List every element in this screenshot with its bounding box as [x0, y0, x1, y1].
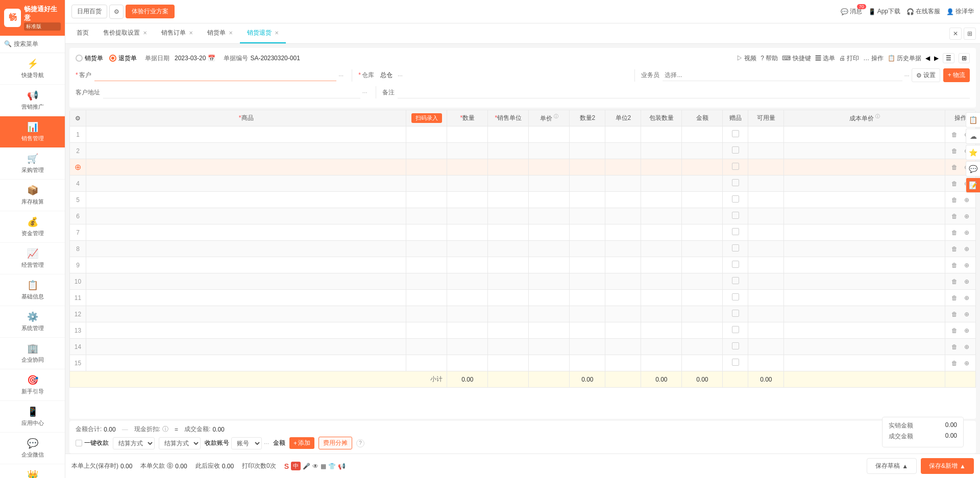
price-cell-1[interactable]: [529, 127, 570, 143]
scan-btn[interactable]: 扫码录入: [411, 113, 442, 123]
cost-cell-7[interactable]: [784, 224, 945, 241]
gift-cell-4[interactable]: [723, 175, 748, 192]
search-menu[interactable]: 🔍 搜索菜单: [0, 36, 65, 53]
gift-checkbox-12[interactable]: [732, 310, 739, 317]
amount-cell-9[interactable]: [682, 257, 723, 273]
add-payment-btn[interactable]: + 添加: [289, 437, 314, 449]
quantity-cell-9[interactable]: [447, 257, 488, 273]
tab-expand-btn[interactable]: ⊞: [964, 28, 976, 40]
cost-cell-15[interactable]: [784, 355, 945, 371]
calendar-icon[interactable]: 📅: [208, 55, 215, 62]
unit-cell-7[interactable]: [488, 224, 529, 241]
gift-cell-13[interactable]: [723, 322, 748, 339]
quantity-cell-10[interactable]: [447, 273, 488, 290]
available-cell-3[interactable]: [748, 159, 784, 175]
side-action-form[interactable]: 📝: [966, 178, 980, 193]
sidebar-item-operations[interactable]: 📈 经营管理: [0, 243, 65, 274]
gift-checkbox-7[interactable]: [732, 228, 739, 235]
action-shortcut[interactable]: ⌨ 快捷键: [782, 54, 811, 63]
pack-cell-5[interactable]: [641, 192, 682, 208]
gift-cell-1[interactable]: [723, 127, 748, 143]
sidebar-item-marketing[interactable]: 📢 营销推广: [0, 85, 65, 116]
gift-cell-9[interactable]: [723, 257, 748, 273]
action-help[interactable]: ? 帮助: [761, 54, 778, 63]
unit2-cell-6[interactable]: [605, 208, 641, 224]
pack-cell-9[interactable]: [641, 257, 682, 273]
side-action-cloud[interactable]: ☁: [966, 129, 980, 144]
copy-row-13-btn[interactable]: ⊕: [962, 325, 972, 336]
delete-row-13-btn[interactable]: 🗑: [949, 325, 960, 336]
available-cell-8[interactable]: [748, 241, 784, 257]
pack-cell-1[interactable]: [641, 127, 682, 143]
quantity-cell-14[interactable]: [447, 339, 488, 355]
unit2-cell-15[interactable]: [605, 355, 641, 371]
delete-row-11-btn[interactable]: 🗑: [949, 293, 960, 303]
delete-row-4-btn[interactable]: 🗑: [949, 179, 960, 189]
pack-cell-4[interactable]: [641, 175, 682, 192]
qty2-cell-13[interactable]: [570, 322, 605, 339]
one-click-checkbox[interactable]: [76, 440, 82, 446]
unit2-cell-3[interactable]: [605, 159, 641, 175]
qty2-cell-3[interactable]: [570, 159, 605, 175]
copy-row-10-btn[interactable]: ⊕: [962, 276, 972, 287]
price-cell-3[interactable]: [529, 159, 570, 175]
radio-return[interactable]: 退货单: [109, 54, 137, 63]
tab-sales-delivery[interactable]: 销货单 ✕: [200, 23, 240, 43]
price-cell-8[interactable]: [529, 241, 570, 257]
qty2-cell-12[interactable]: [570, 306, 605, 322]
product-input-3[interactable]: [88, 164, 404, 171]
side-action-doc[interactable]: 📋: [966, 112, 980, 128]
available-cell-2[interactable]: [748, 143, 784, 159]
sidebar-item-enterprise[interactable]: 🏢 企业协同: [0, 338, 65, 369]
amount-cell-5[interactable]: [682, 192, 723, 208]
amount-cell-11[interactable]: [682, 290, 723, 306]
sidebar-item-quick-nav[interactable]: ⚡ 快捷导航: [0, 53, 65, 85]
sidebar-item-inventory[interactable]: 📦 库存核算: [0, 180, 65, 211]
view-grid-icon[interactable]: ⊞: [959, 53, 970, 63]
available-cell-12[interactable]: [748, 306, 784, 322]
gift-cell-3[interactable]: [723, 159, 748, 175]
delete-row-10-btn[interactable]: 🗑: [949, 276, 960, 287]
amount-cell-3[interactable]: [682, 159, 723, 175]
available-cell-13[interactable]: [748, 322, 784, 339]
amount-cell-13[interactable]: [682, 322, 723, 339]
cost-cell-2[interactable]: [784, 143, 945, 159]
product-cell-10[interactable]: [86, 273, 406, 290]
amount-cell-8[interactable]: [682, 241, 723, 257]
pack-cell-10[interactable]: [641, 273, 682, 290]
product-cell-8[interactable]: [86, 241, 406, 257]
price-cell-7[interactable]: [529, 224, 570, 241]
gift-cell-8[interactable]: [723, 241, 748, 257]
customer-dots-btn[interactable]: ···: [336, 72, 346, 79]
amount-cell-2[interactable]: [682, 143, 723, 159]
pack-cell-6[interactable]: [641, 208, 682, 224]
gift-checkbox-11[interactable]: [732, 293, 739, 300]
cost-cell-5[interactable]: [784, 192, 945, 208]
history-next-icon[interactable]: ▶: [934, 55, 939, 62]
gift-cell-10[interactable]: [723, 273, 748, 290]
split-help-icon[interactable]: ?: [356, 439, 364, 447]
amount-cell-4[interactable]: [682, 175, 723, 192]
customer-input[interactable]: [94, 69, 337, 81]
cost-cell-4[interactable]: [784, 175, 945, 192]
price-cell-9[interactable]: [529, 257, 570, 273]
quantity-cell-1[interactable]: [447, 127, 488, 143]
delete-row-15-btn[interactable]: 🗑: [949, 358, 960, 368]
price-cell-12[interactable]: [529, 306, 570, 322]
unit2-cell-13[interactable]: [605, 322, 641, 339]
product-cell-11[interactable]: [86, 290, 406, 306]
unit2-cell-12[interactable]: [605, 306, 641, 322]
cost-cell-9[interactable]: [784, 257, 945, 273]
unit2-cell-11[interactable]: [605, 290, 641, 306]
amount-cell-15[interactable]: [682, 355, 723, 371]
available-cell-6[interactable]: [748, 208, 784, 224]
cost-cell-8[interactable]: [784, 241, 945, 257]
unit2-cell-2[interactable]: [605, 143, 641, 159]
delete-row-8-btn[interactable]: 🗑: [949, 244, 960, 254]
side-action-star[interactable]: ⭐: [966, 145, 980, 160]
copy-row-6-btn[interactable]: ⊕: [962, 211, 972, 221]
price-cell-5[interactable]: [529, 192, 570, 208]
sidebar-item-apps[interactable]: 📱 应用中心: [0, 401, 65, 433]
gift-cell-12[interactable]: [723, 306, 748, 322]
gift-cell-6[interactable]: [723, 208, 748, 224]
